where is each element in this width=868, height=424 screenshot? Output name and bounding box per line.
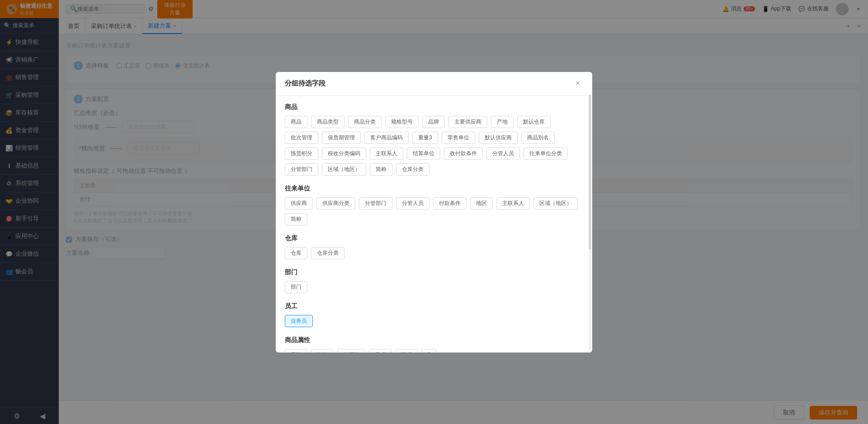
field-tag[interactable]: 往来单位分类 [524,148,568,160]
field-tag[interactable]: 分管部门 [359,197,392,210]
modal-dialog: 分组待选字段 × 商品商品商品类型商品分类规格型号品牌主要供应商产地默认仓库批次… [276,72,592,353]
field-tag[interactable]: 多规格 [337,349,365,353]
field-tag[interactable]: 区域（地区） [533,197,578,210]
field-tag[interactable]: 区域（地区） [322,163,366,176]
field-tag[interactable]: 仓库 [285,247,307,259]
field-tag[interactable]: 商品类型 [311,116,344,128]
field-tag[interactable]: 颜色 [311,349,334,353]
field-tag[interactable]: 规格型号 [385,116,419,128]
field-tag[interactable]: 客户商品编码 [364,132,409,144]
scrollbar-track[interactable] [589,95,591,353]
field-group-title: 员工 [285,302,583,310]
field-group-往来单位: 往来单位供应商供应商分类分管部门分管人员付款条件地区主联系人区域（地区）简称 [285,185,583,225]
field-tag[interactable]: 分管人员 [486,148,520,160]
field-tags: 商品商品类型商品分类规格型号品牌主要供应商产地默认仓库批次管理保质期管理客户商品… [285,116,583,176]
field-tag[interactable]: 1 [421,349,436,353]
field-tag[interactable]: 主要供应商 [448,116,487,128]
field-group-商品属性: 商品属性属性颜色多规格尺码鞋码1 [285,336,583,353]
field-tag[interactable]: 部门 [285,281,307,293]
field-group-员工: 员工业务员 [285,302,583,327]
field-tag[interactable]: 默认仓库 [517,116,551,128]
field-tag[interactable]: 简称 [285,213,307,225]
field-tag[interactable]: 商品分类 [348,116,382,128]
field-tag[interactable]: 拣货积分 [285,148,318,160]
field-group-title: 仓库 [285,234,583,243]
modal-header: 分组待选字段 × [276,72,592,96]
field-tag[interactable]: 分管部门 [285,163,318,176]
field-group-商品: 商品商品商品类型商品分类规格型号品牌主要供应商产地默认仓库批次管理保质期管理客户… [285,103,583,176]
field-tag[interactable]: 仓库分类 [396,163,429,176]
field-tag[interactable]: 尺码 [369,349,392,353]
field-tags: 属性颜色多规格尺码鞋码1 [285,349,583,353]
field-tag[interactable]: 零售单位 [442,132,475,144]
field-tag[interactable]: 税收分类编码 [322,148,366,160]
field-tag[interactable]: 属性 [285,349,307,353]
field-tag[interactable]: 品牌 [422,116,445,128]
field-tag[interactable]: 业务员 [285,315,313,327]
field-tags: 业务员 [285,315,583,327]
field-tag[interactable]: 批次管理 [285,132,318,144]
field-tag[interactable]: 商品别名 [521,132,555,144]
field-tag[interactable]: 主联系人 [496,197,530,210]
field-tag[interactable]: 供应商 [285,197,313,210]
field-tag[interactable]: 重量3 [412,132,438,144]
field-tag[interactable]: 供应商分类 [316,197,355,210]
field-tag[interactable]: 分管人员 [396,197,429,210]
field-group-title: 往来单位 [285,185,583,193]
field-tag[interactable]: 默认供应商 [479,132,518,144]
field-tag[interactable]: 商品 [285,116,307,128]
field-tag[interactable]: 仓库分类 [311,247,344,259]
field-group-仓库: 仓库仓库仓库分类 [285,234,583,259]
modal-body: 商品商品商品类型商品分类规格型号品牌主要供应商产地默认仓库批次管理保质期管理客户… [276,96,592,353]
field-tags: 仓库仓库分类 [285,247,583,259]
field-tag[interactable]: 付款条件 [433,197,467,210]
field-tag[interactable]: 收付款条件 [444,148,483,160]
field-tag[interactable]: 主联系人 [370,148,403,160]
modal-title: 分组待选字段 [285,79,326,88]
field-tags: 部门 [285,281,583,293]
field-tag[interactable]: 结算单位 [407,148,440,160]
scrollbar-thumb [589,95,591,249]
field-group-部门: 部门部门 [285,268,583,293]
field-tag[interactable]: 保质期管理 [322,132,361,144]
modal-close-button[interactable]: × [572,78,583,89]
field-tag[interactable]: 产地 [491,116,514,128]
field-tag[interactable]: 地区 [470,197,493,210]
field-group-title: 商品属性 [285,336,583,344]
field-group-title: 部门 [285,268,583,276]
modal-overlay[interactable]: 分组待选字段 × 商品商品商品类型商品分类规格型号品牌主要供应商产地默认仓库批次… [0,0,868,424]
field-tag[interactable]: 简称 [370,163,392,176]
field-group-title: 商品 [285,103,583,111]
field-tags: 供应商供应商分类分管部门分管人员付款条件地区主联系人区域（地区）简称 [285,197,583,225]
field-tag[interactable]: 鞋码 [395,349,418,353]
